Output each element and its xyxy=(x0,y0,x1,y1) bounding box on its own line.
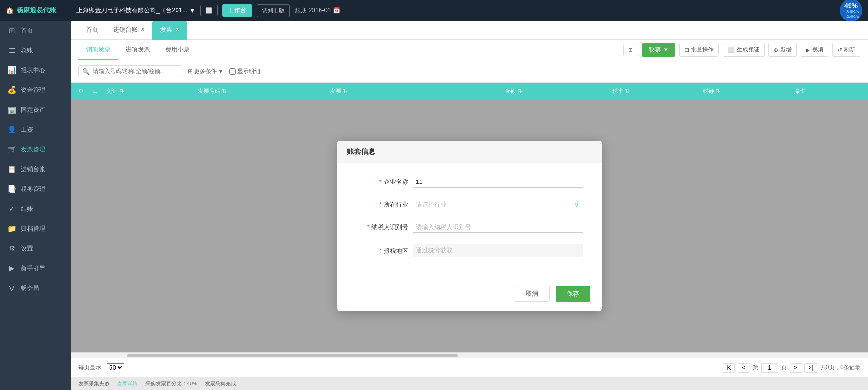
first-page-button[interactable]: K xyxy=(723,363,735,373)
archive-icon: 📁 xyxy=(8,224,16,233)
company-dropdown-icon: ▼ xyxy=(189,7,195,14)
batch-ops-label: 批量操作 xyxy=(691,46,714,54)
tab-home[interactable]: 首页 xyxy=(78,21,106,40)
sidebar-item-purchase[interactable]: 📋 进销台账 xyxy=(0,159,71,179)
sidebar-item-home[interactable]: ⊞ 首页 xyxy=(0,21,71,41)
scroll-thumb[interactable] xyxy=(127,354,458,357)
refresh-button[interactable]: ↺ 刷新 xyxy=(832,43,860,57)
ledger-icon: ☰ xyxy=(8,46,16,55)
th-voucher[interactable]: 凭证 ⇅ xyxy=(103,87,194,95)
total-records: 共0页，0条记录 xyxy=(820,364,860,372)
next-page-button[interactable]: > xyxy=(790,363,801,373)
sidebar-item-label: 固定资产 xyxy=(21,106,45,114)
cancel-button[interactable]: 取消 xyxy=(514,286,550,302)
sidebar-item-payroll[interactable]: 👤 工资 xyxy=(0,120,71,140)
workbench-button[interactable]: 工作台 xyxy=(222,4,252,17)
last-page-button[interactable]: >| xyxy=(804,363,817,373)
bottom-link1[interactable]: 查看详情 xyxy=(117,380,138,387)
sidebar-item-guide[interactable]: ▶ 新手引导 xyxy=(0,258,71,278)
main-area: 上海卯金刀电子科技有限公司_（台201... ▼ ⬜ 工作台 切到旧版 账期 2… xyxy=(71,0,868,390)
sidebar-item-settings[interactable]: ⚙ 设置 xyxy=(0,239,71,258)
guide-icon: ▶ xyxy=(8,264,16,273)
sidebar: 🏠 畅康通易代账 ⊞ 首页 ☰ 总账 📊 报表中心 💰 资金管理 🏢 固定资产 … xyxy=(0,0,71,390)
subtab-sales-invoice[interactable]: 销项发票 xyxy=(78,40,118,60)
switch-old-button[interactable]: 切到旧版 xyxy=(257,4,290,17)
video-icon: ▶ xyxy=(806,47,810,53)
subtab-bar: 销项发票 进项发票 费用小票 ⊞ 取票 ▼ ⊟ 批量操作 xyxy=(71,40,868,60)
sort-icon: ⇅ xyxy=(222,88,227,94)
search-wrapper: 🔍 xyxy=(78,65,182,77)
form-row-industry: * 所在行业 请选择行业 ∨ xyxy=(356,199,583,210)
industry-select[interactable]: 请选择行业 xyxy=(413,199,583,210)
required-mark: * xyxy=(379,247,382,254)
sidebar-item-member[interactable]: V 畅会员 xyxy=(0,278,71,298)
search-input[interactable] xyxy=(78,65,182,77)
th-invoice-info[interactable]: 发票 ⇅ xyxy=(326,87,500,95)
save-button[interactable]: 保存 xyxy=(556,286,590,302)
th-tax-rate[interactable]: 税率 ⇅ xyxy=(608,87,699,95)
subtab-expense-ticket[interactable]: 费用小票 xyxy=(158,40,197,60)
per-page-select[interactable]: 50 xyxy=(107,363,124,372)
video-button[interactable]: ▶ 视频 xyxy=(801,43,828,57)
sidebar-item-assets[interactable]: 🏢 固定资产 xyxy=(0,100,71,120)
show-detail-checkbox[interactable] xyxy=(229,68,236,75)
gen-voucher-button[interactable]: ⬜ 生成凭证 xyxy=(723,43,765,57)
page-controls: K < 第 页 > >| 共0页，0条记录 xyxy=(723,363,860,373)
speed-percent: 49% xyxy=(844,2,858,9)
page-suffix: 页 xyxy=(781,364,787,372)
sort-icon: ⇅ xyxy=(716,88,720,94)
page-number-input[interactable] xyxy=(761,363,778,373)
company-selector[interactable]: 上海卯金刀电子科技有限公司_（台201... ▼ xyxy=(76,6,195,15)
sidebar-item-funds[interactable]: 💰 资金管理 xyxy=(0,80,71,100)
gen-voucher-label: 生成凭证 xyxy=(737,46,759,54)
prev-page-button[interactable]: < xyxy=(738,363,750,373)
company-name-input[interactable] xyxy=(413,176,583,188)
tab-invoice[interactable]: 发票 ✕ xyxy=(152,21,187,40)
sidebar-item-archive[interactable]: 📁 归档管理 xyxy=(0,219,71,239)
taxid-input[interactable] xyxy=(413,222,583,233)
batch-ops-button[interactable]: ⊟ 批量操作 xyxy=(679,43,719,57)
funds-icon: 💰 xyxy=(8,86,16,94)
sidebar-item-tax[interactable]: 📑 税务管理 xyxy=(0,179,71,199)
th-settings[interactable]: ⚙ xyxy=(75,88,89,94)
modal-footer: 取消 保存 xyxy=(337,278,602,311)
ticket-button[interactable]: 取票 ▼ xyxy=(642,43,675,57)
calendar-icon: 📅 xyxy=(333,7,340,14)
horizontal-scrollbar[interactable] xyxy=(71,352,868,358)
subtab-sales-label: 销项发票 xyxy=(86,45,110,54)
sidebar-item-label: 畅会员 xyxy=(21,284,39,292)
th-checkbox[interactable]: ☐ xyxy=(89,88,103,94)
bottom-info-bar: 发票采集失败 查看详情 采购发票百分比：40% 发票采集完成 xyxy=(71,377,868,390)
th-tax[interactable]: 税额 ⇅ xyxy=(699,87,790,95)
table-area: 账套信息 * 企业名称 xyxy=(71,100,868,352)
speed-down: ↓ 2.6K/s xyxy=(843,14,859,19)
subtab-purchase-invoice[interactable]: 进项发票 xyxy=(118,40,158,60)
th-amount[interactable]: 金额 ⇅ xyxy=(501,87,608,95)
modal-title: 账套信息 xyxy=(337,141,602,163)
sidebar-item-closing[interactable]: ✓ 结账 xyxy=(0,199,71,219)
more-conditions-label: 更多条件 xyxy=(194,67,217,75)
sidebar-item-reports[interactable]: 📊 报表中心 xyxy=(0,60,71,80)
tab-invoice-close-icon[interactable]: ✕ xyxy=(175,26,179,33)
sidebar-item-label: 报表中心 xyxy=(21,66,45,75)
sidebar-item-label: 归档管理 xyxy=(21,224,45,233)
refresh-icon: ↺ xyxy=(837,47,842,53)
subtab-expense-label: 费用小票 xyxy=(165,45,190,54)
assets-icon: 🏢 xyxy=(8,106,16,114)
sidebar-item-invoice[interactable]: 🛒 发票管理 xyxy=(0,140,71,159)
tax-icon: 📑 xyxy=(8,185,16,193)
grid-view-button[interactable]: ⊞ xyxy=(623,44,638,56)
add-label: 新增 xyxy=(780,46,792,54)
tab-purchase-close-icon[interactable]: ✕ xyxy=(141,26,145,33)
more-conditions-button[interactable]: ⊞ 更多条件 ▼ xyxy=(188,67,224,75)
document-icon-btn[interactable]: ⬜ xyxy=(200,5,218,16)
invoice-icon: 🛒 xyxy=(8,145,16,154)
taxid-label: * 纳税人识别号 xyxy=(356,223,413,232)
app-title: 畅康通易代账 xyxy=(17,6,56,15)
sidebar-item-ledger[interactable]: ☰ 总账 xyxy=(0,41,71,60)
th-invoice-no[interactable]: 发票号码 ⇅ xyxy=(194,87,327,95)
tab-purchase-ledger[interactable]: 进销台账 ✕ xyxy=(106,21,152,40)
add-new-button[interactable]: ⊕ 新增 xyxy=(768,43,797,57)
refresh-label: 刷新 xyxy=(844,46,855,54)
required-mark: * xyxy=(379,201,382,208)
